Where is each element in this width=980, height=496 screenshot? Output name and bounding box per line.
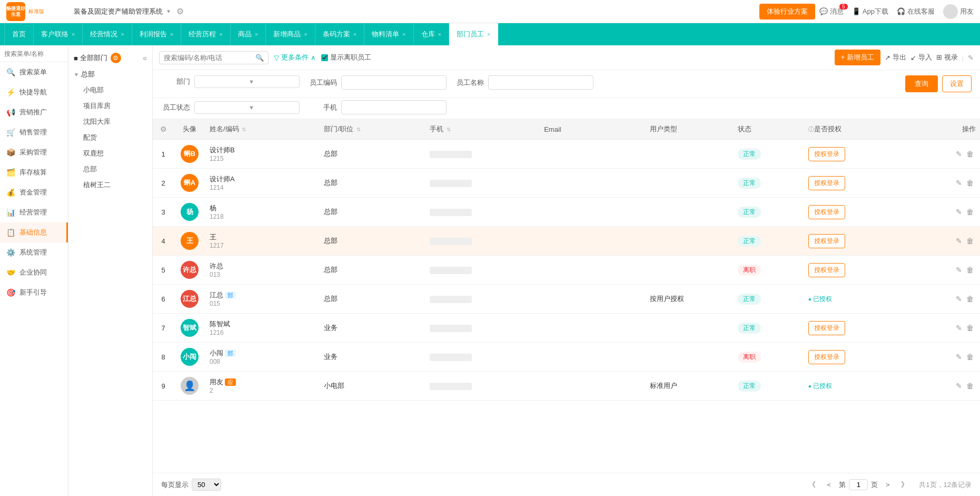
dept-item-配货[interactable]: 配货 [74, 130, 152, 145]
dept-item-植树王二[interactable]: 植树王二 [74, 177, 152, 193]
nav-close-btn[interactable]: × [170, 31, 173, 37]
sidebar-item-库存核算[interactable]: 🗂️库存核算 [0, 162, 68, 182]
filter-status-select[interactable]: ▼ [194, 101, 300, 114]
sidebar-item-营销推广[interactable]: 📢营销推广 [0, 102, 68, 122]
settings-button[interactable]: 设置 [942, 75, 972, 92]
system-dropdown-icon[interactable]: ▼ [166, 8, 171, 14]
auth-login-btn[interactable]: 授权登录 [808, 147, 845, 161]
nav-close-btn[interactable]: × [487, 31, 490, 37]
more-filters-btn[interactable]: ▽ 更多条件 ∧ [274, 53, 316, 62]
sidebar-item-采购管理[interactable]: 📦采购管理 [0, 142, 68, 162]
first-page-btn[interactable]: 《 [805, 479, 819, 491]
delete-btn[interactable]: 🗑 [964, 381, 976, 391]
last-page-btn[interactable]: 》 [898, 479, 912, 491]
auth-login-btn[interactable]: 授权登录 [808, 350, 845, 364]
export-button[interactable]: ↗ 导出 [885, 53, 906, 62]
dept-item-双鹿想[interactable]: 双鹿想 [74, 145, 152, 161]
nav-item-仓库[interactable]: 仓库 × [414, 23, 449, 45]
dept-item-小电部[interactable]: 小电部 [74, 82, 152, 98]
search-input[interactable] [164, 54, 252, 62]
delete-btn[interactable]: 🗑 [964, 178, 976, 188]
filter-empname-input[interactable] [488, 75, 593, 90]
edit-btn[interactable]: ✎ [954, 352, 964, 362]
dept-item-项目库房[interactable]: 项目库房 [74, 98, 152, 114]
filter-phone-input[interactable] [341, 100, 447, 114]
next-page-btn[interactable]: ＞ [881, 479, 895, 491]
nav-close-btn[interactable]: × [353, 31, 357, 37]
search-button[interactable]: 查询 [905, 75, 938, 92]
nav-item-条码方案[interactable]: 条码方案 × [315, 23, 364, 45]
auth-login-btn[interactable]: 授权登录 [808, 263, 845, 277]
sidebar-item-企业协同[interactable]: 🤝企业协同 [0, 262, 68, 283]
edit-icon-btn[interactable]: ✎ [968, 54, 974, 62]
import-button[interactable]: ↙ 导入 [910, 53, 932, 62]
auth-login-btn[interactable]: 授权登录 [808, 176, 845, 190]
dept-collapse-btn[interactable]: « [143, 54, 147, 62]
nav-item-商品[interactable]: 商品 × [231, 23, 266, 45]
auth-login-btn[interactable]: 授权登录 [808, 321, 845, 335]
delete-btn[interactable]: 🗑 [964, 323, 976, 333]
settings-icon[interactable]: ⚙ [176, 6, 184, 16]
edit-btn[interactable]: ✎ [954, 265, 964, 275]
edit-btn[interactable]: ✎ [954, 178, 964, 188]
filter-dept-select[interactable]: ▼ [194, 75, 300, 88]
trial-button[interactable]: 体验行业方案 [759, 4, 815, 20]
delete-btn[interactable]: 🗑 [964, 207, 976, 217]
th-settings[interactable]: ⚙ [153, 119, 174, 140]
delete-btn[interactable]: 🗑 [964, 294, 976, 304]
nav-close-btn[interactable]: × [72, 31, 75, 37]
th-phone[interactable]: 手机 ⇅ [425, 119, 540, 140]
sidebar-item-新手引导[interactable]: 🎯新手引导 [0, 283, 68, 303]
app-download-button[interactable]: 📱 App下载 [852, 7, 888, 16]
search-btn-icon[interactable]: 🔍 [255, 54, 264, 62]
th-name[interactable]: 姓名/编码 ⇅ [205, 119, 320, 140]
dept-group-zongbu[interactable]: ▼ 总部 [68, 66, 152, 82]
edit-btn[interactable]: ✎ [954, 236, 964, 246]
sidebar-item-资金管理[interactable]: 💰资金管理 [0, 182, 68, 202]
nav-item-部门员工[interactable]: 部门员工 × [449, 23, 498, 45]
nav-item-首页[interactable]: 首页 [4, 23, 34, 45]
dept-item-总部[interactable]: 总部 [74, 161, 152, 177]
delete-btn[interactable]: 🗑 [964, 236, 976, 246]
nav-close-btn[interactable]: × [219, 31, 222, 37]
view-toggle-btn[interactable]: ⊞ 视录 [936, 53, 958, 62]
sidebar-item-系统管理[interactable]: ⚙️系统管理 [0, 242, 68, 262]
dept-item-沈阳大库[interactable]: 沈阳大库 [74, 114, 152, 130]
sidebar-item-销售管理[interactable]: 🛒销售管理 [0, 122, 68, 142]
sidebar-item-搜索菜单[interactable]: 🔍搜索菜单 [0, 62, 68, 82]
nav-item-新增商品[interactable]: 新增商品 × [266, 23, 315, 45]
nav-item-经营情况[interactable]: 经营情况 × [83, 23, 132, 45]
online-service-button[interactable]: 🎧 在线客服 [897, 7, 935, 16]
delete-btn[interactable]: 🗑 [964, 265, 976, 275]
nav-close-btn[interactable]: × [438, 31, 441, 37]
edit-btn[interactable]: ✎ [954, 381, 964, 391]
nav-close-btn[interactable]: × [304, 31, 307, 37]
nav-item-客户联络[interactable]: 客户联络 × [34, 23, 83, 45]
add-employee-button[interactable]: + 新增员工 [835, 50, 880, 65]
sidebar-item-经营管理[interactable]: 📊经营管理 [0, 202, 68, 222]
edit-btn[interactable]: ✎ [954, 207, 964, 217]
delete-btn[interactable]: 🗑 [964, 352, 976, 362]
nav-item-利润报告[interactable]: 利润报告 × [132, 23, 181, 45]
edit-btn[interactable]: ✎ [954, 323, 964, 333]
edit-btn[interactable]: ✎ [954, 149, 964, 159]
delete-btn[interactable]: 🗑 [964, 149, 976, 159]
edit-btn[interactable]: ✎ [954, 294, 964, 304]
filter-empcode-input[interactable] [341, 75, 447, 90]
page-size-select[interactable]: 20 50 100 [192, 479, 221, 491]
sidebar-item-快捷导航[interactable]: ⚡快捷导航 [0, 82, 68, 102]
nav-close-btn[interactable]: × [121, 31, 124, 37]
page-input[interactable] [849, 479, 868, 490]
prev-page-btn[interactable]: ＜ [822, 479, 836, 491]
all-dept-label[interactable]: ■ 全部部门 [74, 53, 107, 63]
auth-login-btn[interactable]: 授权登录 [808, 234, 845, 248]
message-button[interactable]: 💬 消息 5 [819, 7, 844, 16]
nav-item-经营历程[interactable]: 经营历程 × [181, 23, 230, 45]
sidebar-item-基础信息[interactable]: 📋基础信息 [0, 222, 68, 242]
dept-add-icon[interactable]: ⚙ [111, 53, 121, 63]
show-resigned-checkbox[interactable] [321, 54, 328, 61]
nav-item-物料清单[interactable]: 物料清单 × [364, 23, 413, 45]
nav-close-btn[interactable]: × [402, 31, 405, 37]
user-avatar-button[interactable]: 用友 [943, 4, 974, 19]
nav-close-btn[interactable]: × [255, 31, 258, 37]
